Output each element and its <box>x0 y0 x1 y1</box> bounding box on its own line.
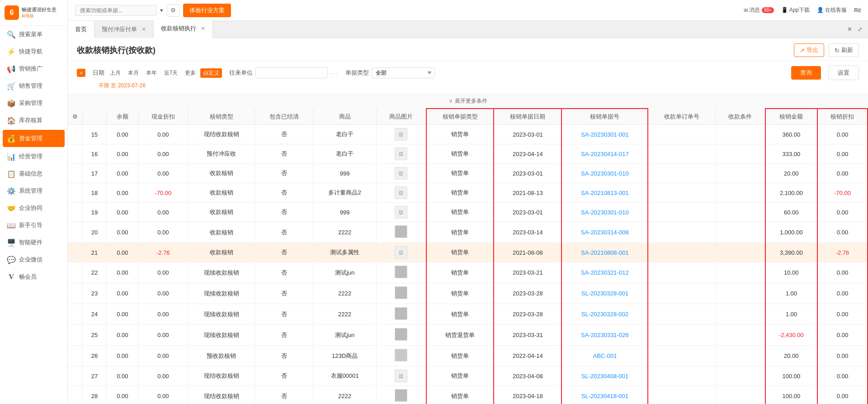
query-button[interactable]: 查询 <box>791 66 821 80</box>
verify-bill-type-cell: 销货单 <box>426 222 494 243</box>
tab-home[interactable]: 首页 <box>68 21 94 38</box>
verify-no-link[interactable]: SA-20230321-012 <box>581 269 629 276</box>
verify-no-cell[interactable]: SA-20230321-012 <box>561 262 648 283</box>
verify-no-cell[interactable]: SL-20230328-002 <box>561 304 648 325</box>
message-btn[interactable]: ✉ 消息 99+ <box>744 6 774 14</box>
data-table: ⚙ 余额 现金折扣 核销类型 包含已结清 商品 商品图片 核销单据类型 核销单据… <box>68 108 868 404</box>
date-btn-last-month[interactable]: 上月 <box>107 68 123 78</box>
verify-discount-cell: 0.00 <box>817 262 868 283</box>
sidebar-item-guide[interactable]: 📖 新手引导 <box>0 217 67 234</box>
topbar-dropdown-icon[interactable]: ▾ <box>160 7 163 14</box>
filter-bill-type-select[interactable]: 全部 销货单 预收收款 收款核销 <box>372 67 435 78</box>
tab-prepay-close[interactable]: ✕ <box>142 26 146 33</box>
sidebar-item-smart-hw[interactable]: 🖥️ 智能硬件 <box>0 234 67 251</box>
verify-no-cell[interactable]: SL-20230418-001 <box>561 386 648 404</box>
verify-no-cell[interactable]: SA-20210808-001 <box>561 243 648 262</box>
verify-date-cell: 2021-08-13 <box>494 183 561 203</box>
topbar-search-input[interactable] <box>75 5 156 16</box>
sidebar-item-finance[interactable]: 💰 资金管理 <box>3 130 65 147</box>
verify-no-link[interactable]: SL-20230408-001 <box>581 373 628 380</box>
sidebar-item-sales[interactable]: 🛒 销售管理 <box>0 77 67 95</box>
receipt-condition-cell <box>716 325 765 346</box>
verify-no-link[interactable]: ABC-001 <box>593 352 617 359</box>
verify-no-cell[interactable]: SA-20230301-010 <box>561 164 648 183</box>
sidebar-item-member[interactable]: V 畅会员 <box>0 268 67 285</box>
receipt-condition-cell <box>716 386 765 404</box>
verify-no-cell[interactable]: ABC-001 <box>561 346 648 366</box>
tabbar: 首页 预付冲应付单 ✕ 收款核销执行 ✕ ✕ ⤢ <box>68 21 868 38</box>
verify-no-link[interactable]: SA-20230301-010 <box>581 170 629 177</box>
verify-no-link[interactable]: SA-20230301-001 <box>581 131 629 138</box>
expand-conditions-btn[interactable]: ∨ 展开更多条件 <box>448 97 487 105</box>
table-container[interactable]: ⚙ 余额 现金折扣 核销类型 包含已结清 商品 商品图片 核销单据类型 核销单据… <box>68 108 868 404</box>
page-header: 收款核销执行(按收款) ↗ 导出 ↻ 刷新 <box>68 38 868 61</box>
sidebar-item-marketing[interactable]: 📢 营销推广 <box>0 60 67 77</box>
tab-prepay[interactable]: 预付冲应付单 ✕ <box>94 21 154 38</box>
receipt-order-no-cell <box>648 164 715 183</box>
sidebar-item-basic-info[interactable]: 📋 基础信息 <box>0 165 67 182</box>
verify-no-link[interactable]: SA-20230314-008 <box>581 229 629 236</box>
app-download-btn[interactable]: 📱 App下载 <box>781 6 810 14</box>
date-btn-this-month[interactable]: 本月 <box>125 68 142 78</box>
col-gear[interactable]: ⚙ <box>68 109 83 125</box>
verify-no-cell[interactable]: SA-20230301-001 <box>561 125 648 144</box>
include-cleared-cell: 否 <box>255 203 313 222</box>
verify-no-link[interactable]: SA-20210808-001 <box>581 249 629 256</box>
sidebar-item-search-menu[interactable]: 🔍 搜索菜单 <box>0 26 67 43</box>
filter-partner-label: 往来单位 <box>229 69 253 77</box>
verify-no-link[interactable]: SA-20230331-026 <box>581 332 629 338</box>
refresh-button[interactable]: ↻ 刷新 <box>829 43 859 57</box>
tab-collection-close[interactable]: ✕ <box>201 25 205 32</box>
balance-cell: 0.00 <box>107 203 138 222</box>
verify-no-link[interactable]: SA-20210813-001 <box>581 190 629 196</box>
solution-button[interactable]: 体验行业方案 <box>183 4 231 17</box>
verify-no-link[interactable]: SL-20230328-001 <box>581 290 628 297</box>
product-img-cell <box>376 262 426 283</box>
member-icon: V <box>7 273 15 281</box>
page-title: 收款核销执行(按收款) <box>77 45 156 56</box>
sidebar-item-quick-nav[interactable]: ⚡ 快捷导航 <box>0 43 67 60</box>
verify-no-cell[interactable]: SL-20230328-001 <box>561 283 648 304</box>
tab-close-all-btn[interactable]: ✕ <box>845 24 854 34</box>
sidebar-item-business[interactable]: 📊 经营管理 <box>0 148 67 165</box>
tab-actions: ✕ ⤢ <box>842 24 868 34</box>
verify-no-cell[interactable]: SA-20230414-017 <box>561 144 648 164</box>
export-button[interactable]: ↗ 导出 <box>794 43 824 57</box>
filter-toggle-btn[interactable]: » <box>77 69 85 77</box>
cash-discount-cell: -2.76 <box>138 243 188 262</box>
online-service-btn[interactable]: 👤 在线客服 <box>817 6 847 14</box>
receipt-order-no-cell <box>648 125 715 144</box>
sidebar-item-system[interactable]: ⚙️ 系统管理 <box>0 182 67 200</box>
verify-no-cell[interactable]: SA-20210813-001 <box>561 183 648 203</box>
sidebar-item-inventory[interactable]: 🏠 库存核算 <box>0 112 67 129</box>
verify-no-cell[interactable]: SA-20230331-026 <box>561 325 648 346</box>
date-btn-this-year[interactable]: 本年 <box>143 68 160 78</box>
verify-no-link[interactable]: SA-20230414-017 <box>581 151 629 157</box>
verify-no-cell[interactable]: SA-20230301-010 <box>561 203 648 222</box>
verify-type-cell: 预收款核销 <box>188 346 255 366</box>
verify-no-cell[interactable]: SL-20230408-001 <box>561 366 648 386</box>
logo-icon: 6 <box>5 5 19 20</box>
verify-type-cell: 现结收款核销 <box>188 125 255 144</box>
col-verify-discount: 核销折扣 <box>817 109 868 125</box>
filter-date-group: 日期 上月 本月 本年 近7天 更多 自定义 <box>93 68 222 78</box>
sidebar-item-wechat[interactable]: 💬 企业微信 <box>0 251 67 268</box>
cash-discount-cell: 0.00 <box>138 164 188 183</box>
sidebar-item-purchase[interactable]: 📦 采购管理 <box>0 95 67 112</box>
verify-bill-type-cell: 销货单 <box>426 183 494 203</box>
date-btn-7days[interactable]: 近7天 <box>161 68 181 78</box>
product-img-cell: 🖼 <box>376 203 426 222</box>
tab-restore-btn[interactable]: ⤢ <box>856 24 864 34</box>
verify-no-link[interactable]: SL-20230418-001 <box>581 393 628 399</box>
verify-no-link[interactable]: SA-20230301-010 <box>581 209 629 216</box>
verify-no-cell[interactable]: SA-20230314-008 <box>561 222 648 243</box>
date-btn-custom[interactable]: 自定义 <box>200 68 222 78</box>
sidebar-item-enterprise[interactable]: 🤝 企业协同 <box>0 200 67 217</box>
verify-no-link[interactable]: SL-20230328-002 <box>581 311 628 318</box>
date-btn-more[interactable]: 更多 <box>182 68 198 78</box>
filter-row: » 日期 上月 本月 本年 近7天 更多 自定义 往来单位 ··· <box>77 66 859 80</box>
filter-partner-input[interactable] <box>255 67 328 78</box>
topbar-gear-btn[interactable]: ⚙ <box>167 4 179 17</box>
setting-button[interactable]: 设置 <box>828 66 859 80</box>
tab-collection[interactable]: 收款核销执行 ✕ <box>154 20 213 38</box>
